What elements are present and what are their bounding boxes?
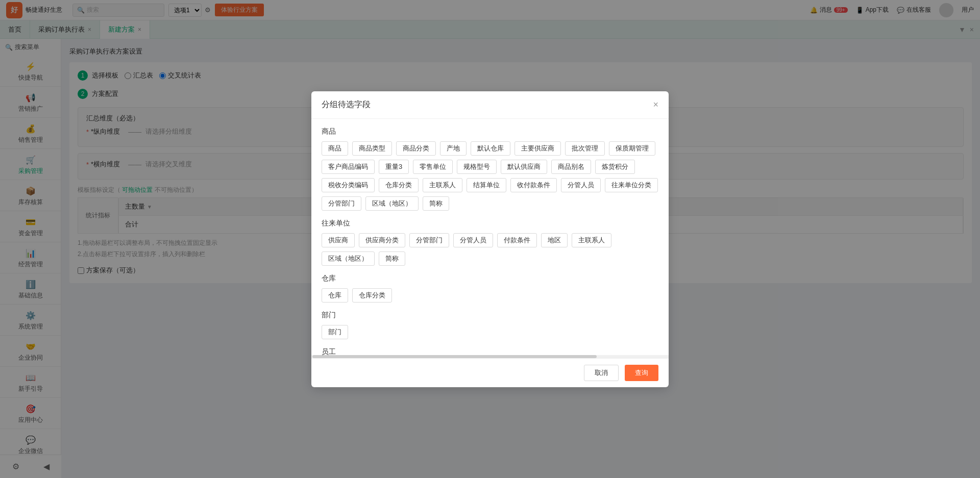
field-tag[interactable]: 客户商品编码 [322, 160, 375, 174]
field-tag[interactable]: 结算单位 [467, 178, 506, 192]
field-tag[interactable]: 默认仓库 [471, 141, 510, 156]
field-tag[interactable]: 分管部门 [409, 233, 449, 247]
field-tag[interactable]: 保质期管理 [609, 141, 655, 156]
section-warehouse-tags: 仓库 仓库分类 [322, 288, 658, 303]
field-tag[interactable]: 主要供应商 [514, 141, 561, 156]
field-tag[interactable]: 批次管理 [565, 141, 605, 156]
modal: 分组待选字段 × 商品 商品 商品类型 商品分类 产地 默认仓库 主要供应商 批… [311, 91, 669, 387]
field-tag[interactable]: 仓库分类 [352, 288, 392, 303]
field-tag[interactable]: 商品别名 [551, 160, 591, 174]
section-partner-title: 往来单位 [322, 219, 658, 228]
section-warehouse-title: 仓库 [322, 274, 658, 283]
field-tag[interactable]: 地区 [541, 233, 568, 247]
field-tag[interactable]: 零售单位 [413, 160, 453, 174]
section-employee-title: 员工 [322, 347, 658, 355]
field-tag[interactable]: 区域（地区） [322, 251, 375, 266]
field-tag[interactable]: 供应商 [322, 233, 355, 247]
field-tag[interactable]: 商品类型 [352, 141, 392, 156]
section-partner: 往来单位 供应商 供应商分类 分管部门 分管人员 付款条件 地区 主联系人 区域… [322, 219, 658, 266]
field-tag[interactable]: 产地 [440, 141, 467, 156]
section-dept-title: 部门 [322, 311, 658, 320]
field-tag[interactable]: 商品 [322, 141, 348, 156]
section-product-tags: 商品 商品类型 商品分类 产地 默认仓库 主要供应商 批次管理 保质期管理 客户… [322, 141, 658, 211]
section-dept: 部门 部门 [322, 311, 658, 339]
field-tag[interactable]: 默认供应商 [501, 160, 547, 174]
field-tag[interactable]: 分管人员 [561, 178, 601, 192]
field-tag[interactable]: 分管人员 [453, 233, 493, 247]
field-tag[interactable]: 分管部门 [322, 196, 361, 211]
modal-header: 分组待选字段 × [311, 91, 669, 119]
field-tag[interactable]: 商品分类 [396, 141, 436, 156]
field-tag[interactable]: 付款条件 [497, 233, 537, 247]
field-tag[interactable]: 主联系人 [423, 178, 462, 192]
section-employee: 员工 业务员 [322, 347, 658, 355]
field-tag[interactable]: 仓库分类 [379, 178, 419, 192]
field-tag[interactable]: 炼货积分 [595, 160, 635, 174]
field-tag[interactable]: 简称 [379, 251, 405, 266]
modal-close-btn[interactable]: × [653, 100, 658, 109]
section-dept-tags: 部门 [322, 325, 658, 339]
field-tag[interactable]: 收付款条件 [510, 178, 557, 192]
modal-footer: 取消 查询 [311, 358, 669, 387]
field-tag[interactable]: 规格型号 [457, 160, 497, 174]
cancel-button[interactable]: 取消 [584, 365, 619, 381]
confirm-button[interactable]: 查询 [625, 365, 658, 381]
modal-overlay: 分组待选字段 × 商品 商品 商品类型 商品分类 产地 默认仓库 主要供应商 批… [0, 0, 980, 455]
modal-body: 商品 商品 商品类型 商品分类 产地 默认仓库 主要供应商 批次管理 保质期管理… [311, 119, 669, 355]
field-tag[interactable]: 往来单位分类 [605, 178, 658, 192]
field-tag[interactable]: 重量3 [379, 160, 409, 174]
field-tag[interactable]: 部门 [322, 325, 348, 339]
modal-title: 分组待选字段 [322, 99, 371, 110]
field-tag[interactable]: 供应商分类 [359, 233, 405, 247]
section-product-title: 商品 [322, 127, 658, 136]
field-tag[interactable]: 主联系人 [572, 233, 611, 247]
section-warehouse: 仓库 仓库 仓库分类 [322, 274, 658, 303]
section-partner-tags: 供应商 供应商分类 分管部门 分管人员 付款条件 地区 主联系人 区域（地区） … [322, 233, 658, 266]
field-tag[interactable]: 简称 [423, 196, 449, 211]
field-tag[interactable]: 仓库 [322, 288, 348, 303]
section-product: 商品 商品 商品类型 商品分类 产地 默认仓库 主要供应商 批次管理 保质期管理… [322, 127, 658, 211]
field-tag[interactable]: 税收分类编码 [322, 178, 375, 192]
field-tag[interactable]: 区域（地区） [365, 196, 419, 211]
